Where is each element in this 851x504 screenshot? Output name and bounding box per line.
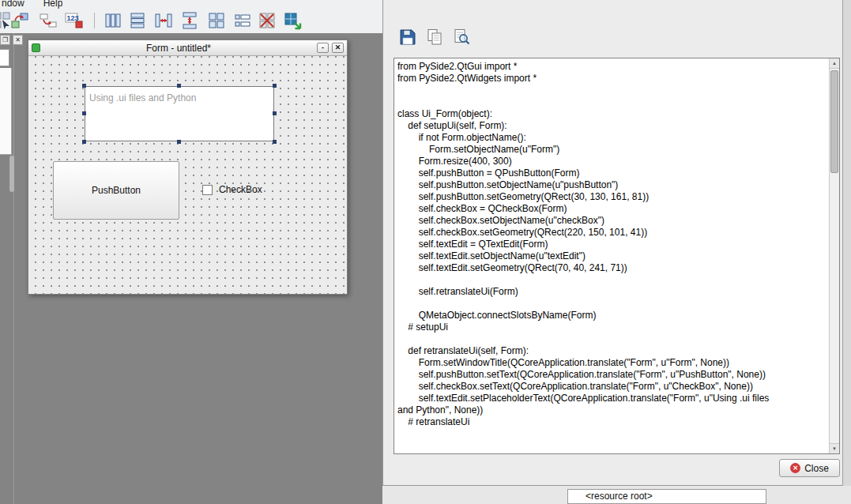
qt-designer-app: ndow Help 123 bbox=[0, 0, 851, 504]
close-x-icon: ✕ bbox=[790, 463, 800, 473]
form-minimize-button[interactable]: - bbox=[317, 43, 329, 53]
resize-handle-ne[interactable] bbox=[273, 84, 277, 88]
form-close-button[interactable]: ✕ bbox=[332, 43, 344, 53]
right-panel-edge bbox=[842, 0, 851, 504]
textedit-widget[interactable]: Using .ui files and Python bbox=[85, 86, 274, 141]
code-line: if not Form.objectName(): bbox=[397, 132, 827, 144]
splitter-vertical-icon[interactable] bbox=[179, 10, 200, 31]
copy-icon[interactable] bbox=[424, 27, 445, 47]
code-line: from PySide2.QtGui import * bbox=[397, 61, 827, 73]
code-line: Form.resize(400, 300) bbox=[397, 156, 827, 167]
resize-handle-w[interactable] bbox=[82, 111, 86, 115]
code-line: self.pushButton.setObjectName(u"pushButt… bbox=[397, 179, 827, 191]
scroll-down-icon[interactable]: ▼ bbox=[830, 443, 839, 453]
code-line bbox=[397, 274, 827, 286]
edit-tab-order-icon[interactable]: 123 bbox=[63, 10, 84, 31]
code-scrollbar-thumb[interactable] bbox=[830, 70, 838, 173]
menu-window[interactable]: ndow bbox=[2, 0, 24, 9]
code-line: from PySide2.QtWidgets import * bbox=[397, 73, 827, 85]
code-line: self.checkBox = QCheckBox(Form) bbox=[397, 203, 827, 215]
pushbutton-widget[interactable]: PushButton bbox=[53, 161, 179, 220]
find-icon[interactable] bbox=[451, 27, 472, 47]
code-line: self.pushButton = QPushButton(Form) bbox=[397, 167, 827, 179]
textedit-placeholder: Using .ui files and Python bbox=[89, 92, 196, 103]
layout-vertical-icon[interactable] bbox=[127, 10, 148, 31]
close-button-label: Close bbox=[804, 463, 829, 474]
resize-handle-se[interactable] bbox=[273, 140, 277, 144]
bottom-panel: <resource root> bbox=[382, 486, 851, 504]
code-line: self.textEdit.setPlaceholderText(QCoreAp… bbox=[397, 393, 827, 404]
menu-help[interactable]: Help bbox=[43, 0, 63, 9]
code-line bbox=[397, 298, 827, 310]
close-button[interactable]: ✕ Close bbox=[779, 459, 840, 477]
resize-handle-nw[interactable] bbox=[82, 84, 86, 88]
resize-handle-e[interactable] bbox=[273, 111, 277, 115]
splitter-horizontal-icon[interactable] bbox=[153, 10, 174, 31]
code-preview-dialog: from PySide2.QtGui import *from PySide2.… bbox=[382, 0, 842, 486]
resize-handle-sw[interactable] bbox=[82, 140, 86, 144]
dock-scrollbar-thumb[interactable] bbox=[9, 156, 14, 192]
topbar: ndow Help 123 bbox=[0, 0, 382, 33]
dock-float-icon[interactable]: ❐ bbox=[0, 35, 10, 45]
layout-horizontal-icon[interactable] bbox=[103, 10, 123, 31]
layout-form-icon[interactable] bbox=[232, 10, 253, 31]
code-line: self.pushButton.setGeometry(QRect(30, 13… bbox=[397, 191, 827, 203]
resize-handle-n[interactable] bbox=[177, 84, 181, 88]
dock-close-icon[interactable]: ✕ bbox=[13, 35, 23, 45]
code-line: self.retranslateUi(Form) bbox=[397, 286, 827, 298]
code-line: self.textEdit = QTextEdit(Form) bbox=[397, 239, 827, 250]
checkbox-widget[interactable]: CheckBox bbox=[202, 183, 262, 196]
save-icon[interactable] bbox=[397, 27, 418, 47]
code-line: self.textEdit.setObjectName(u"textEdit") bbox=[397, 250, 827, 262]
code-line: Form.setObjectName(u"Form") bbox=[397, 144, 827, 156]
code-scrollbar[interactable]: ▲ ▼ bbox=[829, 58, 839, 453]
code-line bbox=[397, 333, 827, 345]
toolbar: 123 bbox=[0, 10, 382, 32]
selection-handle-layer: Using .ui files and Python bbox=[82, 84, 277, 144]
code-text: from PySide2.QtGui import *from PySide2.… bbox=[397, 61, 827, 428]
resource-root-item[interactable]: <resource root> bbox=[567, 489, 766, 504]
code-line: class Ui_Form(object): bbox=[397, 108, 827, 120]
dock-titlebar-fragment: ❐ ✕ bbox=[0, 35, 23, 45]
form-designer-window: Form - untitled* - ✕ Using .ui files and… bbox=[28, 39, 348, 295]
checkbox-indicator[interactable] bbox=[202, 185, 213, 195]
code-line: # setupUi bbox=[397, 322, 827, 333]
code-line: QMetaObject.connectSlotsByName(Form) bbox=[397, 310, 827, 322]
scroll-up-icon[interactable]: ▲ bbox=[830, 58, 839, 69]
layout-grid-icon[interactable] bbox=[206, 10, 227, 31]
menu-bar: ndow Help bbox=[2, 0, 62, 9]
checkbox-label: CheckBox bbox=[219, 184, 262, 195]
dock-splitter[interactable] bbox=[13, 33, 14, 504]
form-window-title: Form - untitled* bbox=[43, 43, 314, 54]
code-line: def retranslateUi(self, Form): bbox=[397, 345, 827, 357]
toolbar-separator bbox=[94, 13, 95, 28]
dock-panel-fragment bbox=[0, 68, 12, 155]
code-line: self.textEdit.setGeometry(QRect(70, 40, … bbox=[397, 262, 827, 274]
code-line: and Python", None)) bbox=[397, 404, 827, 416]
break-layout-icon[interactable] bbox=[257, 10, 277, 31]
edit-signals-slots-icon[interactable] bbox=[9, 10, 30, 31]
code-line: self.checkBox.setText(QCoreApplication.t… bbox=[397, 381, 827, 393]
code-line: def setupUi(self, Form): bbox=[397, 120, 827, 132]
form-window-titlebar[interactable]: Form - untitled* - ✕ bbox=[28, 40, 347, 56]
code-line bbox=[397, 85, 827, 96]
code-view[interactable]: from PySide2.QtGui import *from PySide2.… bbox=[393, 58, 840, 454]
adjust-size-icon[interactable] bbox=[282, 10, 303, 31]
form-canvas[interactable]: Using .ui files and Python PushButton Ch… bbox=[28, 56, 347, 294]
resize-handle-s[interactable] bbox=[177, 140, 181, 144]
form-window-icon bbox=[32, 43, 40, 52]
code-preview-toolbar bbox=[397, 27, 472, 47]
code-line: # retranslateUi bbox=[397, 416, 827, 428]
code-line: self.pushButton.setText(QCoreApplication… bbox=[397, 369, 827, 381]
edit-buddies-icon[interactable] bbox=[38, 10, 58, 31]
code-line bbox=[397, 96, 827, 108]
code-line: self.checkBox.setGeometry(QRect(220, 150… bbox=[397, 227, 827, 239]
code-line: self.checkBox.setObjectName(u"checkBox") bbox=[397, 215, 827, 227]
code-line: Form.setWindowTitle(QCoreApplication.tra… bbox=[397, 357, 827, 369]
dock-filter-box-fragment[interactable] bbox=[0, 49, 9, 66]
